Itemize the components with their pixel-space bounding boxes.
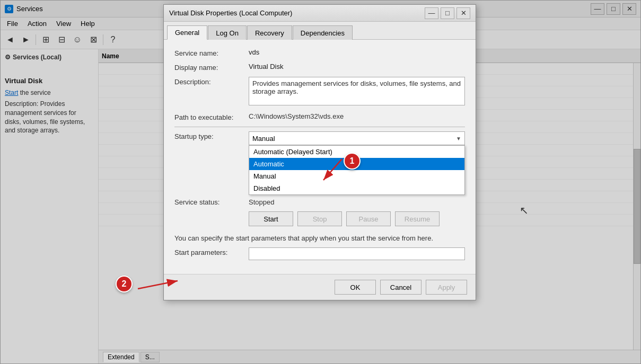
startup-selected-value: Manual — [252, 135, 275, 143]
startup-type-row: Startup type: Manual ▼ Automatic (Delaye… — [174, 131, 465, 145]
dialog-title: Virtual Disk Properties (Local Computer) — [169, 9, 425, 17]
annotation-arrow-2 — [133, 270, 196, 302]
dialog-titlebar-buttons: — □ ✕ — [425, 7, 470, 19]
chevron-down-icon: ▼ — [456, 136, 461, 141]
resume-button[interactable]: Resume — [395, 211, 440, 226]
description-row: Description: Provides management service… — [174, 77, 465, 107]
service-action-buttons: Start Stop Pause Resume — [249, 211, 465, 226]
annotation-bubble-2: 2 — [116, 276, 133, 292]
startup-label: Startup type: — [174, 131, 249, 140]
start-params-description: You can specify the start parameters tha… — [174, 234, 465, 243]
service-name-label: Service name: — [174, 48, 249, 57]
tab-dependencies[interactable]: Dependencies — [293, 25, 353, 40]
start-params-input[interactable] — [249, 247, 465, 260]
start-button[interactable]: Start — [249, 211, 293, 226]
display-name-label: Display name: — [174, 63, 249, 72]
apply-button[interactable]: Apply — [426, 280, 467, 295]
dialog-footer: OK Cancel Apply — [164, 274, 476, 300]
dialog-close-btn[interactable]: ✕ — [456, 7, 470, 19]
tab-logon[interactable]: Log On — [208, 25, 247, 40]
cancel-button[interactable]: Cancel — [380, 280, 422, 295]
description-textarea[interactable]: Provides management services for disks, … — [249, 77, 465, 105]
service-name-value: vds — [249, 48, 259, 56]
svg-line-1 — [323, 159, 342, 180]
dropdown-item-manual[interactable]: Manual — [249, 170, 464, 182]
tab-recovery[interactable]: Recovery — [247, 25, 292, 40]
startup-dropdown-container: Manual ▼ Automatic (Delayed Start) Autom… — [249, 131, 465, 145]
service-status-row: Service status: Stopped — [174, 198, 465, 206]
startup-dropdown-menu: Automatic (Delayed Start) Automatic Manu… — [249, 145, 465, 195]
status-value: Stopped — [249, 198, 274, 206]
ok-button[interactable]: OK — [335, 280, 376, 295]
dropdown-item-disabled[interactable]: Disabled — [249, 182, 464, 194]
description-label: Description: — [174, 77, 249, 86]
path-label: Path to executable: — [174, 112, 249, 121]
dialog-tabs: General Log On Recovery Dependencies — [164, 22, 476, 40]
annotation-arrow-1 — [286, 154, 350, 196]
dialog-minimize-btn[interactable]: — — [425, 7, 438, 19]
service-name-row: Service name: vds — [174, 48, 465, 57]
annotation-bubble-1: 1 — [344, 153, 361, 170]
stop-button[interactable]: Stop — [297, 211, 342, 226]
display-name-row: Display name: Virtual Disk — [174, 63, 465, 72]
svg-line-3 — [138, 281, 178, 289]
path-value: C:\Windows\System32\vds.exe — [249, 112, 344, 120]
path-row: Path to executable: C:\Windows\System32\… — [174, 112, 465, 121]
display-name-value: Virtual Disk — [249, 63, 284, 70]
description-textarea-container: Provides management services for disks, … — [249, 77, 465, 107]
form-divider — [174, 127, 465, 127]
tab-general[interactable]: General — [167, 25, 207, 40]
status-label: Service status: — [174, 198, 249, 206]
pause-button[interactable]: Pause — [346, 211, 391, 226]
dialog-titlebar: Virtual Disk Properties (Local Computer)… — [164, 5, 476, 22]
properties-dialog: Virtual Disk Properties (Local Computer)… — [163, 4, 476, 300]
start-params-row: Start parameters: — [174, 247, 465, 260]
dialog-maximize-btn[interactable]: □ — [441, 7, 454, 19]
start-params-label: Start parameters: — [174, 247, 249, 256]
startup-dropdown[interactable]: Manual ▼ — [249, 131, 465, 145]
